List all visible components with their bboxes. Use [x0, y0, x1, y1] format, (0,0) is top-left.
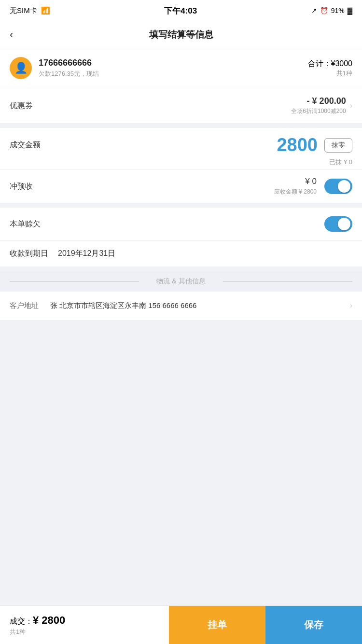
- summary-label: 成交：: [10, 617, 33, 625]
- back-button[interactable]: ‹: [10, 28, 13, 41]
- coupon-row[interactable]: 优惠券 - ¥ 200.00 全场6折满1000减200 ›: [0, 88, 362, 123]
- debit-card: 本单赊欠 收款到期日 2019年12月31日: [0, 208, 362, 266]
- hang-button[interactable]: 挂单: [169, 606, 265, 644]
- user-left: 👤 17666666666 欠款1276.35元，现结: [10, 57, 99, 79]
- total-label: 合计：: [308, 59, 331, 68]
- summary-value: ¥ 2800: [33, 614, 65, 626]
- total-label-value: 合计：¥3000: [308, 59, 353, 69]
- bottom-summary: 成交：¥ 2800 共1种: [0, 614, 169, 636]
- prepay-right: ¥ 0 应收金额 ¥ 2800: [274, 177, 352, 196]
- total-count: 共1种: [308, 69, 353, 78]
- debit-row: 本单赊欠: [0, 208, 362, 240]
- summary-label-value: 成交：¥ 2800: [10, 614, 159, 627]
- status-time: 下午4:03: [164, 5, 197, 16]
- coupon-right: - ¥ 200.00 全场6折满1000减200 ›: [291, 96, 352, 115]
- page-title: 填写结算等信息: [149, 28, 213, 41]
- due-value: 2019年12月31日: [58, 249, 115, 259]
- coupon-desc: 全场6折满1000减200: [291, 107, 346, 115]
- round-button[interactable]: 抹零: [324, 138, 352, 153]
- amount-label: 成交金额: [10, 140, 41, 150]
- due-row: 收款到期日 2019年12月31日: [0, 240, 362, 266]
- due-label: 收款到期日: [10, 249, 48, 259]
- address-label: 客户地址: [10, 301, 43, 310]
- no-sim-text: 无SIM卡: [10, 6, 37, 15]
- address-value: 张 北京市市辖区海淀区永丰南 156 6666 6666: [50, 300, 343, 311]
- amount-value: 2800: [277, 135, 318, 155]
- prepay-value: ¥ 0: [274, 177, 317, 186]
- user-right: 合计：¥3000 共1种: [308, 59, 353, 78]
- gray-spacer: [0, 325, 362, 383]
- page-content: 👤 17666666666 欠款1276.35元，现结 合计：¥3000 共1种…: [0, 48, 362, 426]
- debit-toggle[interactable]: [324, 216, 352, 232]
- total-value: ¥3000: [331, 59, 353, 68]
- user-row: 👤 17666666666 欠款1276.35元，现结 合计：¥3000 共1种: [0, 48, 362, 88]
- amount-sub-row: 已抹 ¥ 0: [10, 157, 352, 167]
- status-right: ↗ ⏰ 91% ▓: [311, 7, 352, 14]
- prepay-row: 冲预收 ¥ 0 应收金额 ¥ 2800: [0, 169, 362, 203]
- address-card: 客户地址 张 北京市市辖区海淀区永丰南 156 6666 6666 ›: [0, 292, 362, 320]
- logistics-text: 物流 & 其他信息: [156, 277, 205, 286]
- prepay-sub: 应收金额 ¥ 2800: [274, 188, 317, 196]
- user-card: 👤 17666666666 欠款1276.35元，现结 合计：¥3000 共1种…: [0, 48, 362, 123]
- logistics-line-left: [10, 281, 139, 282]
- address-row[interactable]: 客户地址 张 北京市市辖区海淀区永丰南 156 6666 6666 ›: [0, 292, 362, 320]
- summary-count: 共1种: [10, 628, 159, 636]
- prepay-label: 冲预收: [10, 182, 33, 192]
- user-info: 17666666666 欠款1276.35元，现结: [39, 58, 99, 78]
- user-debt: 欠款1276.35元，现结: [39, 70, 99, 78]
- amount-card: 成交金额 2800 抹零 已抹 ¥ 0 冲预收 ¥ 0 应收金额 ¥ 2800: [0, 128, 362, 203]
- debit-label: 本单赊欠: [10, 219, 41, 229]
- amount-main-row: 成交金额 2800 抹零 已抹 ¥ 0: [0, 128, 362, 169]
- coupon-discount: - ¥ 200.00: [291, 96, 346, 106]
- bottom-bar: 成交：¥ 2800 共1种 挂单 保存: [0, 605, 362, 644]
- wifi-icon: 📶: [41, 6, 50, 15]
- location-icon: ↗: [311, 7, 317, 14]
- prepay-toggle[interactable]: [324, 179, 352, 194]
- amount-sub: 已抹 ¥ 0: [329, 158, 352, 166]
- logistics-divider: 物流 & 其他信息: [0, 271, 362, 292]
- user-phone: 17666666666: [39, 58, 99, 68]
- amount-row: 成交金额 2800 抹零: [10, 135, 352, 155]
- coupon-chevron-icon: ›: [350, 101, 352, 110]
- avatar: 👤: [10, 57, 32, 79]
- status-bar: 无SIM卡 📶 下午4:03 ↗ ⏰ 91% ▓: [0, 0, 362, 21]
- amount-right: 2800 抹零: [277, 135, 352, 155]
- alarm-icon: ⏰: [320, 7, 328, 14]
- coupon-label: 优惠券: [10, 101, 33, 111]
- address-chevron-icon: ›: [350, 301, 352, 310]
- save-button[interactable]: 保存: [265, 606, 362, 644]
- nav-bar: ‹ 填写结算等信息: [0, 21, 362, 48]
- prepay-value-wrap: ¥ 0 应收金额 ¥ 2800: [274, 177, 317, 196]
- status-left: 无SIM卡 📶: [10, 6, 50, 15]
- battery-text: 91%: [331, 7, 345, 14]
- battery-icon: ▓: [348, 7, 352, 14]
- logistics-line-right: [223, 281, 352, 282]
- coupon-info: - ¥ 200.00 全场6折满1000减200: [291, 96, 346, 115]
